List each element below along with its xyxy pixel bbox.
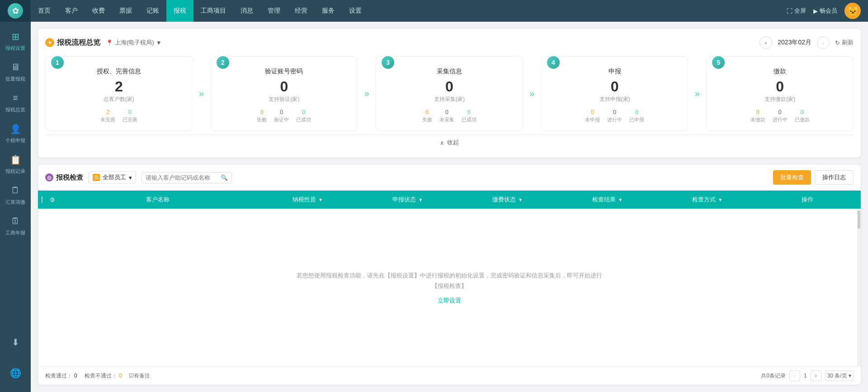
next-page-btn[interactable]: › bbox=[811, 370, 821, 381]
note-label: ☑有备注 bbox=[129, 372, 150, 380]
search-icon[interactable]: 🔍 bbox=[221, 174, 228, 181]
content-area: + 报税流程总览 📍 上海(电子税局) ▼ ‹ 2023年02月 › ↻ 刷新 bbox=[31, 22, 868, 392]
sidebar-global[interactable]: 🌐 bbox=[0, 358, 31, 388]
fullscreen-btn[interactable]: ⛶ 全屏 bbox=[787, 7, 806, 15]
tax-filter-icon[interactable]: ▼ bbox=[318, 197, 323, 202]
operation-log-btn[interactable]: 操作日志 bbox=[815, 170, 854, 185]
step3-stat-fail[interactable]: 0 失败 bbox=[422, 109, 432, 123]
app-logo: ✿ bbox=[8, 3, 23, 19]
step2-stat-fail[interactable]: 0 失败 bbox=[257, 109, 267, 123]
col-client-name: 客户名称 bbox=[58, 196, 258, 204]
location-selector[interactable]: 📍 上海(电子税局) ▼ bbox=[106, 38, 162, 47]
nav-settings[interactable]: 设置 bbox=[342, 0, 369, 22]
fullscreen-label: 全屏 bbox=[794, 7, 806, 15]
user-avatar[interactable]: 🐱 bbox=[844, 3, 861, 19]
step4-stat-declared[interactable]: 0 已申报 bbox=[629, 109, 644, 123]
step2-stat-verifying[interactable]: 0 验证中 bbox=[274, 109, 289, 123]
page-size-selector[interactable]: 30 条/页 ▾ bbox=[825, 371, 854, 381]
col-declare-status-label: 申报状态 bbox=[392, 196, 416, 203]
sidebar-item-tax-record[interactable]: 📋 报税记录 bbox=[0, 148, 31, 179]
step5-stat-unpaid[interactable]: 0 未缴款 bbox=[750, 109, 765, 123]
step5-stat-paid[interactable]: 0 已缴款 bbox=[795, 109, 810, 123]
batch-check-btn[interactable]: 批量检查 bbox=[773, 170, 811, 185]
step1-complete-val: 0 bbox=[128, 109, 132, 115]
sidebar-item-tax-overview[interactable]: ≡ 报税总览 bbox=[0, 87, 31, 118]
arrow-4-5: » bbox=[688, 56, 706, 131]
overview-card: + 报税流程总览 📍 上海(电子税局) ▼ ‹ 2023年02月 › ↻ 刷新 bbox=[38, 29, 861, 158]
step4-stat-inprogress[interactable]: 0 进行中 bbox=[607, 109, 622, 123]
sidebar-item-tax-settings[interactable]: ⊞ 报税设置 bbox=[0, 25, 31, 56]
sidebar-item-annual-settlement[interactable]: 🗒 汇算清缴 bbox=[0, 179, 31, 210]
step-declare: 4 申报 0 支持申报(家) 0 未申报 0 进行中 bbox=[541, 56, 689, 131]
sidebar-label-batch-tax: 批量报税 bbox=[5, 76, 25, 82]
sidebar-item-annual-report[interactable]: 🗓 工商年报 bbox=[0, 210, 31, 241]
step5-paid-label: 已缴款 bbox=[795, 116, 810, 123]
sidebar-bottom: ⬇ 🌐 bbox=[0, 327, 31, 388]
step4-count: 0 bbox=[611, 79, 619, 94]
pass-val[interactable]: 0 bbox=[74, 373, 77, 379]
nav-operation[interactable]: 经营 bbox=[288, 0, 315, 22]
sidebar-item-batch-tax[interactable]: 🖥 批量报税 bbox=[0, 56, 31, 87]
collapse-bar[interactable]: ∧ 收起 bbox=[45, 134, 854, 150]
step3-stat-success[interactable]: 0 已成功 bbox=[462, 109, 476, 123]
select-all-checkbox[interactable] bbox=[42, 196, 42, 203]
prev-month-btn[interactable]: ‹ bbox=[760, 36, 772, 49]
sidebar-label-tax-settings: 报税设置 bbox=[5, 45, 25, 51]
fee-filter-icon[interactable]: ▼ bbox=[518, 197, 523, 202]
arrow-1-2: » bbox=[193, 56, 211, 131]
sidebar-label-tax-record: 报税记录 bbox=[5, 168, 25, 174]
empty-message: 若您想使用报税检查功能，请先在【报税设置】中进行报税的初始化设置，完成密码验证和… bbox=[291, 270, 608, 292]
nav-fee[interactable]: 收费 bbox=[85, 0, 112, 22]
table-wrap: ⚙ 客户名称 纳税性质 ▼ 申报状态 ▼ 缴费状态 ▼ bbox=[38, 191, 861, 385]
settings-col-icon[interactable]: ⚙ bbox=[46, 196, 59, 203]
page-size-chevron-icon: ▾ bbox=[849, 373, 851, 379]
scroll-bar[interactable] bbox=[857, 209, 861, 366]
check-title-icon: ◎ bbox=[45, 173, 53, 182]
step1-stat-incomplete[interactable]: 2 未完善 bbox=[100, 109, 115, 123]
step2-stat-success[interactable]: 0 已成功 bbox=[296, 109, 311, 123]
sidebar-item-personal-tax[interactable]: 👤 个税申报 bbox=[0, 118, 31, 148]
annual-report-icon: 🗓 bbox=[9, 215, 22, 228]
nav-business[interactable]: 工商项目 bbox=[193, 0, 233, 22]
main-layout: ⊞ 报税设置 🖥 批量报税 ≡ 报税总览 👤 个税申报 📋 报税记录 🗒 汇算清… bbox=[0, 22, 868, 392]
step3-stat-uncollected[interactable]: 0 未采集 bbox=[439, 109, 454, 123]
search-input[interactable] bbox=[146, 174, 218, 181]
step1-stat-complete[interactable]: 0 已完善 bbox=[123, 109, 137, 123]
step2-title: 验证账号密码 bbox=[265, 67, 303, 76]
step2-verifying-val: 0 bbox=[280, 109, 283, 115]
next-month-btn[interactable]: › bbox=[817, 36, 830, 49]
nav-tax[interactable]: 报税 bbox=[166, 0, 193, 22]
sidebar-download[interactable]: ⬇ bbox=[0, 327, 31, 358]
nav-invoice[interactable]: 票据 bbox=[112, 0, 139, 22]
member-btn[interactable]: ▶ 畅会员 bbox=[813, 7, 837, 15]
step5-count: 0 bbox=[776, 79, 784, 94]
collapse-chevron-icon: ∧ bbox=[440, 139, 444, 146]
refresh-btn[interactable]: ↻ 刷新 bbox=[835, 38, 854, 47]
step5-stat-inprogress[interactable]: 0 进行中 bbox=[773, 109, 788, 123]
nav-manage[interactable]: 管理 bbox=[260, 0, 288, 22]
setup-link[interactable]: 立即设置 bbox=[438, 296, 461, 305]
logo-area[interactable]: ✿ bbox=[0, 0, 31, 22]
nav-message[interactable]: 消息 bbox=[233, 0, 260, 22]
search-wrap[interactable]: 🔍 bbox=[142, 172, 232, 183]
method-filter-icon[interactable]: ▼ bbox=[718, 197, 722, 202]
step2-number: 2 bbox=[217, 56, 229, 69]
step4-inprogress-label: 进行中 bbox=[607, 116, 622, 123]
step4-stat-undeclared[interactable]: 0 未申报 bbox=[585, 109, 600, 123]
nav-service[interactable]: 服务 bbox=[315, 0, 342, 22]
nav-home[interactable]: 首页 bbox=[31, 0, 58, 22]
location-text: 上海(电子税局) bbox=[115, 38, 154, 47]
table-col-check: ⚙ bbox=[42, 196, 58, 203]
fail-val[interactable]: 0 bbox=[119, 373, 122, 379]
nav-accounting[interactable]: 记账 bbox=[139, 0, 166, 22]
member-label: 畅会员 bbox=[820, 7, 837, 15]
employee-filter[interactable]: 员 全部员工 ▾ bbox=[89, 171, 136, 184]
result-filter-icon[interactable]: ▼ bbox=[618, 197, 623, 202]
step2-fail-label: 失败 bbox=[257, 116, 267, 123]
nav-client[interactable]: 客户 bbox=[58, 0, 85, 22]
step2-verifying-label: 验证中 bbox=[274, 116, 289, 123]
prev-page-btn[interactable]: ‹ bbox=[789, 370, 800, 381]
step3-fail-label: 失败 bbox=[422, 116, 432, 123]
fail-stat: 检查不通过： 0 bbox=[85, 372, 122, 380]
declare-filter-icon[interactable]: ▼ bbox=[418, 197, 423, 202]
